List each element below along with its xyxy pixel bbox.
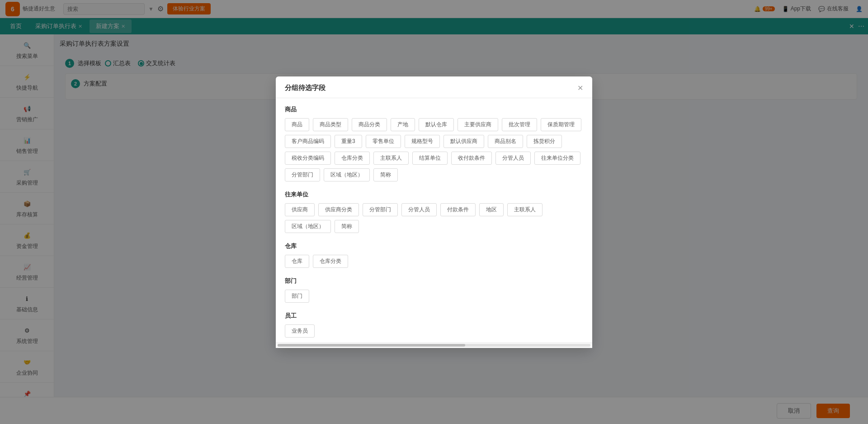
- field-chip-0-16[interactable]: 仓库分类: [335, 152, 370, 165]
- modal-title: 分组待选字段: [285, 84, 326, 92]
- field-chip-0-5[interactable]: 主要供应商: [458, 118, 498, 131]
- field-chips-3: 部门: [285, 290, 583, 303]
- field-chip-1-5[interactable]: 地区: [479, 203, 504, 216]
- field-chip-1-6[interactable]: 主联系人: [507, 203, 542, 216]
- field-chip-1-0[interactable]: 供应商: [285, 203, 315, 216]
- field-chip-0-15[interactable]: 税收分类编码: [285, 152, 331, 165]
- section-3: 部门部门: [285, 277, 583, 303]
- field-chip-0-22[interactable]: 分管部门: [285, 168, 320, 181]
- field-chip-0-6[interactable]: 批次管理: [502, 118, 537, 131]
- modal-close-button[interactable]: ✕: [577, 84, 583, 92]
- field-chip-0-0[interactable]: 商品: [285, 118, 309, 131]
- field-chip-0-24[interactable]: 简称: [373, 168, 398, 181]
- section-title-2: 仓库: [285, 242, 583, 250]
- field-chip-0-1[interactable]: 商品类型: [313, 118, 348, 131]
- field-chip-0-13[interactable]: 商品别名: [488, 135, 523, 148]
- field-chip-0-3[interactable]: 产地: [391, 118, 415, 131]
- field-chip-1-7[interactable]: 区域（地区）: [285, 220, 331, 233]
- field-chip-1-3[interactable]: 分管人员: [401, 203, 437, 216]
- field-chip-4-0[interactable]: 业务员: [285, 324, 315, 338]
- field-chip-0-9[interactable]: 重量3: [335, 135, 362, 148]
- field-chips-1: 供应商供应商分类分管部门分管人员付款条件地区主联系人区域（地区）简称: [285, 203, 583, 233]
- section-title-1: 往来单位: [285, 191, 583, 199]
- field-chip-0-8[interactable]: 客户商品编码: [285, 135, 331, 148]
- section-title-3: 部门: [285, 277, 583, 285]
- field-chips-4: 业务员: [285, 324, 583, 338]
- modal-overlay: 分组待选字段 ✕ 商品商品商品类型商品分类产地默认仓库主要供应商批次管理保质期管…: [0, 0, 868, 424]
- field-chip-0-19[interactable]: 收付款条件: [451, 152, 492, 165]
- section-0: 商品商品商品类型商品分类产地默认仓库主要供应商批次管理保质期管理客户商品编码重量…: [285, 105, 583, 181]
- field-chip-0-11[interactable]: 规格型号: [405, 135, 440, 148]
- field-chip-1-8[interactable]: 简称: [335, 220, 359, 233]
- field-chip-0-20[interactable]: 分管人员: [495, 152, 531, 165]
- modal-header: 分组待选字段 ✕: [276, 76, 592, 98]
- field-chip-0-18[interactable]: 结算单位: [412, 152, 448, 165]
- field-chip-0-2[interactable]: 商品分类: [352, 118, 387, 131]
- field-chip-0-14[interactable]: 拣货积分: [527, 135, 562, 148]
- modal-horizontal-scrollbar[interactable]: [276, 343, 592, 348]
- field-chip-1-2[interactable]: 分管部门: [363, 203, 398, 216]
- field-chips-2: 仓库仓库分类: [285, 255, 583, 268]
- section-1: 往来单位供应商供应商分类分管部门分管人员付款条件地区主联系人区域（地区）简称: [285, 191, 583, 233]
- field-chip-0-10[interactable]: 零售单位: [366, 135, 401, 148]
- field-chip-0-12[interactable]: 默认供应商: [443, 135, 484, 148]
- modal-body[interactable]: 商品商品商品类型商品分类产地默认仓库主要供应商批次管理保质期管理客户商品编码重量…: [276, 98, 592, 343]
- field-chip-0-21[interactable]: 往来单位分类: [534, 152, 580, 165]
- field-chip-3-0[interactable]: 部门: [285, 290, 309, 303]
- modal-dialog: 分组待选字段 ✕ 商品商品商品类型商品分类产地默认仓库主要供应商批次管理保质期管…: [276, 76, 592, 348]
- field-chip-0-17[interactable]: 主联系人: [373, 152, 409, 165]
- field-chips-0: 商品商品类型商品分类产地默认仓库主要供应商批次管理保质期管理客户商品编码重量3零…: [285, 118, 583, 181]
- section-2: 仓库仓库仓库分类: [285, 242, 583, 268]
- field-chip-0-23[interactable]: 区域（地区）: [324, 168, 370, 181]
- field-chip-1-1[interactable]: 供应商分类: [318, 203, 359, 216]
- section-title-4: 员工: [285, 312, 583, 320]
- field-chip-0-7[interactable]: 保质期管理: [541, 118, 581, 131]
- field-chip-2-0[interactable]: 仓库: [285, 255, 309, 268]
- field-chip-0-4[interactable]: 默认仓库: [419, 118, 454, 131]
- section-4: 员工业务员: [285, 312, 583, 338]
- field-chip-1-4[interactable]: 付款条件: [440, 203, 476, 216]
- section-title-0: 商品: [285, 105, 583, 114]
- field-chip-2-1[interactable]: 仓库分类: [313, 255, 348, 268]
